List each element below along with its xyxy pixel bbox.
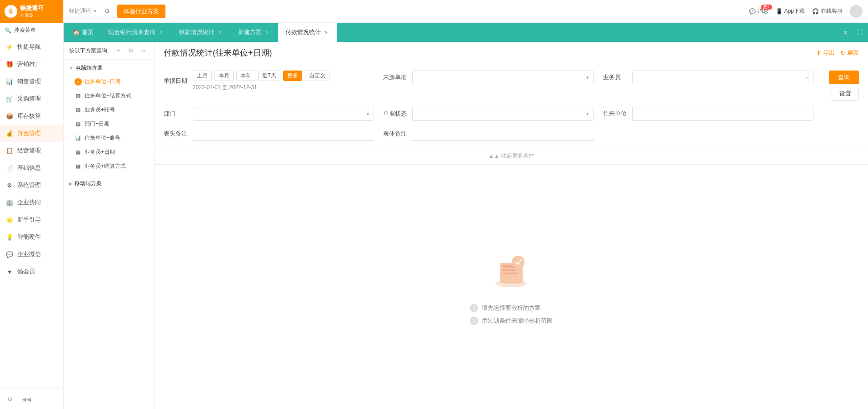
- desktop-scheme-header[interactable]: ▼ 电脑端方案: [64, 61, 154, 75]
- tab-new-plan[interactable]: 新建方案 ×: [231, 23, 278, 42]
- scheme-unit-account[interactable]: 📊 往来单位+账号: [64, 131, 154, 145]
- source-select[interactable]: ▼: [412, 71, 594, 84]
- scheme-dept-date[interactable]: ▦ 部门+日期: [64, 117, 154, 131]
- staff-dropdown-icon: ···: [806, 75, 809, 80]
- maximize-btn[interactable]: ⛶: [853, 26, 866, 39]
- scheme-icon-dept-date: ▦: [75, 121, 82, 128]
- tab-payment-stats[interactable]: 付款情况统计 ×: [278, 23, 337, 42]
- add-scheme-btn[interactable]: ＋: [113, 45, 123, 56]
- message-btn[interactable]: 💬 消息 99+: [749, 7, 768, 15]
- tab-receipt-stats[interactable]: 收款情况统计 ×: [172, 23, 231, 42]
- mobile-group-label: 移动端方案: [75, 180, 102, 187]
- purchase-icon: 🛒: [5, 95, 14, 103]
- scheme-staff-settle[interactable]: ▦ 业务员+结算方式: [64, 159, 154, 173]
- online-service-btn[interactable]: 🎧 在线客服: [812, 7, 843, 15]
- sales-icon: 📊: [5, 77, 14, 86]
- scheme-unit-settle[interactable]: ▦ 往来单位+结算方式: [64, 89, 154, 103]
- sidebar-item-system[interactable]: ⚙ 系统管理: [0, 177, 63, 194]
- collapse-sidebar-btn[interactable]: ◀◀: [20, 393, 33, 405]
- sidebar-item-marketing[interactable]: 🎁 营销推广: [0, 56, 63, 73]
- svg-rect-4: [502, 273, 518, 274]
- sidebar-item-sales[interactable]: 📊 销售管理: [0, 73, 63, 90]
- export-btn[interactable]: ⬆ 导出: [816, 49, 835, 57]
- wechat-icon: 💬: [5, 250, 14, 258]
- note-body-input[interactable]: [412, 127, 594, 141]
- tab-new-plan-label: 新建方案: [238, 28, 262, 36]
- empty-tips: 1 请先选择要分析的方案 2 用过滤条件来缩小分析范围: [470, 304, 553, 325]
- marketing-icon: 🎁: [5, 60, 14, 68]
- sidebar-label: 新手引导: [17, 216, 41, 224]
- experience-btn[interactable]: 体验行业方案: [117, 5, 165, 18]
- staff-label: 业务员: [603, 73, 629, 81]
- sidebar-label: 资金管理: [17, 129, 41, 137]
- sidebar-item-enterprise[interactable]: 🏢 企业协同: [0, 194, 63, 211]
- mobile-scheme-header[interactable]: ▶ 移动端方案: [64, 177, 154, 190]
- partner-dropdown-icon: ···: [806, 111, 809, 116]
- tab-receipt-stats-close[interactable]: ×: [216, 29, 224, 36]
- scheme-unit-date[interactable]: ○ 往来单位+日期: [64, 75, 154, 89]
- close-all-tabs-btn[interactable]: ✕: [839, 26, 852, 39]
- tab-new-plan-close[interactable]: ×: [264, 29, 271, 36]
- empty-icon: [489, 249, 534, 295]
- tab-cash-flow-label: 现金银行流水查询: [108, 28, 155, 36]
- sidebar-item-quick-nav[interactable]: ⚡ 快捷导航: [0, 38, 63, 56]
- date-this-month-btn[interactable]: 本月: [215, 71, 234, 81]
- filter-settings-btn[interactable]: 设置: [832, 87, 859, 101]
- status-select[interactable]: ▼: [412, 107, 594, 121]
- empty-tip-2: 2 用过滤条件来缩小分析范围: [470, 317, 553, 325]
- tab-cash-flow[interactable]: 现金银行流水查询 ×: [101, 23, 172, 42]
- status-dropdown-icon: ▼: [585, 111, 590, 116]
- collapse-conditions-btn[interactable]: ▲▲ 收起更多条件: [489, 152, 534, 160]
- filter-source-item: 来源单据 ▼: [383, 71, 594, 84]
- tab-payment-stats-close[interactable]: ×: [323, 29, 330, 36]
- date-this-year-btn[interactable]: 本年: [236, 71, 255, 81]
- sidebar-nav: ⚡ 快捷导航 🎁 营销推广 📊 销售管理 🛒 采购管理 📦 库存核算 💰 资金管…: [0, 38, 63, 389]
- staff-select[interactable]: ···: [632, 71, 813, 84]
- sidebar-item-capital[interactable]: 💰 资金管理: [0, 125, 63, 142]
- date-more-btn[interactable]: 更多: [283, 71, 302, 81]
- sidebar-item-basic-info[interactable]: 📄 基础信息: [0, 159, 63, 177]
- refresh-btn[interactable]: ↻ 刷新: [840, 49, 859, 57]
- topbar-brand: 畅捷通巧 ▼: [69, 7, 97, 15]
- query-actions: 查询 设置: [823, 71, 859, 101]
- sidebar-item-member[interactable]: ♥ 畅会员: [0, 263, 63, 280]
- sidebar-item-operations[interactable]: 📋 经营管理: [0, 142, 63, 159]
- left-panel-header: 按以下方案查询 ＋ ⚙ «: [64, 42, 154, 60]
- collapse-up-icon: ▲▲: [489, 153, 499, 159]
- sidebar-item-newbie[interactable]: 🌟 新手引导: [0, 211, 63, 228]
- partner-select[interactable]: ···: [632, 107, 813, 121]
- hardware-icon: 💡: [5, 233, 14, 241]
- collapse-label: 收起更多条件: [501, 152, 534, 160]
- search-icon: 🔍: [5, 27, 11, 34]
- logo-text-block: 畅捷通巧 标准版: [20, 5, 44, 18]
- sidebar-item-inventory[interactable]: 📦 库存核算: [0, 107, 63, 125]
- date-prev-month-btn[interactable]: 上月: [193, 71, 212, 81]
- date-custom-btn[interactable]: 自定义: [305, 71, 329, 81]
- date-7days-btn[interactable]: 近7天: [258, 71, 280, 81]
- topbar-gear-btn[interactable]: ⚙: [101, 5, 114, 18]
- sidebar-item-wechat[interactable]: 💬 企业微信: [0, 246, 63, 263]
- note-head-input[interactable]: [193, 127, 374, 141]
- scheme-staff-date[interactable]: ▦ 业务员+日期: [64, 145, 154, 159]
- settings-bottom-btn[interactable]: ⚙: [4, 393, 16, 405]
- collapse-panel-btn[interactable]: «: [139, 45, 149, 56]
- scheme-staff-account[interactable]: ▦ 业务员+账号: [64, 103, 154, 117]
- filter-row-2: 部门 ▼ 单据状态 ▼ 往来单位: [164, 107, 859, 121]
- topbar: 畅捷通巧 ▼ ⚙ 体验行业方案 💬 消息 99+ 📱 App下载 🎧 在线客服: [64, 0, 868, 23]
- sidebar-label: 企业协同: [17, 198, 41, 207]
- scheme-label: 业务员+账号: [85, 106, 115, 114]
- newbie-icon: 🌟: [5, 216, 14, 224]
- enterprise-icon: 🏢: [5, 198, 14, 207]
- dept-select[interactable]: ▼: [193, 107, 374, 121]
- tab-cash-flow-close[interactable]: ×: [157, 29, 165, 36]
- scheme-settings-btn[interactable]: ⚙: [126, 45, 136, 56]
- query-btn[interactable]: 查询: [829, 71, 859, 84]
- search-menu[interactable]: 🔍 搜索菜单: [0, 23, 63, 38]
- sidebar-item-purchase[interactable]: 🛒 采购管理: [0, 90, 63, 107]
- user-avatar[interactable]: [850, 5, 863, 18]
- tab-home[interactable]: 🏠 首页: [65, 23, 101, 42]
- sidebar-item-hardware[interactable]: 💡 智能硬件: [0, 228, 63, 246]
- basic-info-icon: 📄: [5, 164, 14, 172]
- sidebar-label: 企业微信: [17, 250, 41, 258]
- app-download-btn[interactable]: 📱 App下载: [776, 7, 805, 15]
